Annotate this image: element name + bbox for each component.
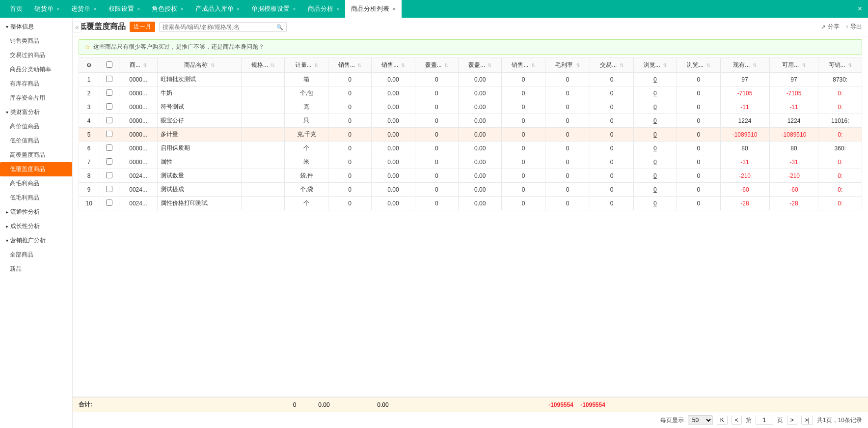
row-browse1[interactable]: 0 xyxy=(633,169,677,183)
nav-tab-analysis[interactable]: 商品分析 × xyxy=(302,0,345,18)
row-no: 6 xyxy=(79,142,99,155)
close-analysis-list-icon[interactable]: × xyxy=(392,6,395,12)
row-checkbox[interactable] xyxy=(106,200,112,206)
row-browse1[interactable]: 0 xyxy=(633,100,677,114)
row-checkbox[interactable] xyxy=(106,131,112,137)
nav-tab-analysis-list[interactable]: 商品分析列表 × xyxy=(345,0,401,18)
col-sales3[interactable]: 销售... ⇅ xyxy=(502,58,545,73)
row-browse2: 0 xyxy=(677,114,720,128)
col-coverage1[interactable]: 覆盖... ⇅ xyxy=(415,58,458,73)
row-checkbox[interactable] xyxy=(106,103,112,110)
row-current: 97 xyxy=(720,73,769,86)
row-browse1[interactable]: 0 xyxy=(633,142,677,155)
page-number-input[interactable] xyxy=(756,416,773,425)
sidebar-section-wealth[interactable]: 类财富分析 xyxy=(0,105,72,119)
sidebar-section-overall[interactable]: 整体信息 xyxy=(0,20,72,34)
row-checkbox[interactable] xyxy=(106,144,112,151)
col-sales-amount[interactable]: 销售... ⇅ xyxy=(372,58,415,73)
sidebar-section-growth[interactable]: 成长性分析 xyxy=(0,219,72,233)
date-filter-button[interactable]: 近一月 xyxy=(130,22,155,32)
nav-tab-permission[interactable]: 权限设置 × xyxy=(103,0,146,18)
col-coverage2[interactable]: 覆盖... ⇅ xyxy=(459,58,502,73)
col-settings[interactable]: ⚙ xyxy=(79,58,99,73)
table-container[interactable]: ⚙ 商... ⇅ 商品名称 ⇅ 规格... ⇅ 计量... ⇅ 销售... ⇅ … xyxy=(73,57,868,397)
nav-tab-home[interactable]: 首页 xyxy=(4,0,28,18)
col-browse2[interactable]: 浏览... ⇅ xyxy=(677,58,720,73)
close-analysis-icon[interactable]: × xyxy=(336,6,339,12)
row-sales-amount: 0.00 xyxy=(372,155,415,169)
prev-page-button[interactable]: < xyxy=(732,416,742,425)
row-checkbox[interactable] xyxy=(106,89,112,96)
row-code: 0024... xyxy=(119,183,158,197)
row-browse1[interactable]: 0 xyxy=(633,128,677,142)
row-checkbox[interactable] xyxy=(106,76,112,82)
col-unit[interactable]: 计量... ⇅ xyxy=(285,58,328,73)
search-icon[interactable] xyxy=(276,24,283,30)
col-sales-count[interactable]: 销售... ⇅ xyxy=(328,58,371,73)
first-page-button[interactable]: K xyxy=(717,416,728,425)
last-page-button[interactable]: >| xyxy=(801,416,813,425)
col-sellable[interactable]: 可销... ⇅ xyxy=(818,58,862,73)
sidebar-item-high-coverage[interactable]: 高覆盖度商品 xyxy=(0,148,72,162)
close-template-icon[interactable]: × xyxy=(293,6,296,12)
row-browse1[interactable]: 0 xyxy=(633,73,677,86)
row-checkbox[interactable] xyxy=(106,186,112,192)
nav-tab-template[interactable]: 单据模板设置 × xyxy=(245,0,301,18)
sidebar-collapse-button[interactable]: « xyxy=(73,22,81,32)
sidebar-item-stock-goods[interactable]: 有库存商品 xyxy=(0,77,72,91)
close-role-icon[interactable]: × xyxy=(180,6,183,12)
sidebar-item-low-value[interactable]: 低价值商品 xyxy=(0,134,72,148)
col-available[interactable]: 可用... ⇅ xyxy=(769,58,818,73)
col-transaction[interactable]: 交易... ⇅ xyxy=(590,58,633,73)
sidebar-item-all-goods[interactable]: 全部商品 xyxy=(0,248,72,262)
row-no: 4 xyxy=(79,114,99,128)
row-name: 启用保质期 xyxy=(158,142,242,155)
col-code[interactable]: 商... ⇅ xyxy=(119,58,158,73)
sidebar-item-high-value[interactable]: 高价值商品 xyxy=(0,119,72,134)
col-browse1[interactable]: 浏览... ⇅ xyxy=(633,58,677,73)
table-body: 1 0000... 旺辅批次测试 箱 0 0.00 0 0.00 0 0 0 0… xyxy=(79,73,862,210)
nav-tab-products[interactable]: 产成品入库单 × xyxy=(190,0,245,18)
close-products-icon[interactable]: × xyxy=(237,6,240,12)
row-sales-count: 0 xyxy=(328,169,371,183)
row-name: 旺辅批次测试 xyxy=(158,73,242,86)
next-page-button[interactable]: > xyxy=(787,416,797,425)
row-browse1[interactable]: 0 xyxy=(633,155,677,169)
search-input[interactable] xyxy=(163,24,274,30)
close-all-button[interactable]: × xyxy=(858,4,862,13)
export-button[interactable]: ↑ 导出 xyxy=(845,23,862,31)
row-browse1[interactable]: 0 xyxy=(633,197,677,210)
close-sales-icon[interactable]: × xyxy=(56,6,59,12)
close-permission-icon[interactable]: × xyxy=(137,6,140,12)
row-checkbox[interactable] xyxy=(106,172,112,178)
sidebar-item-high-margin[interactable]: 高毛利商品 xyxy=(0,176,72,191)
nav-tab-purchase[interactable]: 进货单 × xyxy=(65,0,102,18)
col-spec[interactable]: 规格... ⇅ xyxy=(242,58,285,73)
col-current[interactable]: 现有... ⇅ xyxy=(720,58,769,73)
col-name[interactable]: 商品名称 ⇅ xyxy=(158,58,242,73)
sidebar-item-traded-goods[interactable]: 交易过的商品 xyxy=(0,48,72,62)
nav-tab-role[interactable]: 角色授权 × xyxy=(146,0,189,18)
share-label: 分享 xyxy=(828,23,840,31)
sidebar-item-sales-goods[interactable]: 销售类商品 xyxy=(0,34,72,48)
row-transaction: 0 xyxy=(590,128,633,142)
sidebar-section-marketing[interactable]: 营销推广分析 xyxy=(0,233,72,248)
row-checkbox[interactable] xyxy=(106,158,112,165)
share-button[interactable]: ↗ 分享 xyxy=(821,23,840,31)
row-checkbox[interactable] xyxy=(106,117,112,123)
row-browse1[interactable]: 0 xyxy=(633,114,677,128)
sidebar-item-category-rate[interactable]: 商品分类动销率 xyxy=(0,62,72,77)
close-purchase-icon[interactable]: × xyxy=(93,6,96,12)
sidebar-section-liquidity[interactable]: 流通性分析 xyxy=(0,205,72,219)
sidebar-item-low-coverage[interactable]: 低覆盖度商品 xyxy=(0,162,72,176)
row-browse1[interactable]: 0 xyxy=(633,183,677,197)
row-browse1[interactable]: 0 xyxy=(633,86,677,100)
sidebar-item-low-margin[interactable]: 低毛利商品 xyxy=(0,191,72,205)
sidebar-item-capital[interactable]: 库存资金占用 xyxy=(0,91,72,105)
row-sales-count: 0 xyxy=(328,86,371,100)
nav-tab-sales[interactable]: 销货单 × xyxy=(28,0,65,18)
col-gross-margin[interactable]: 毛利率 ⇅ xyxy=(545,58,590,73)
sidebar-item-new-goods[interactable]: 新品 xyxy=(0,262,72,276)
page-size-select[interactable]: 50 100 200 xyxy=(688,415,713,425)
select-all-checkbox[interactable] xyxy=(106,61,112,68)
